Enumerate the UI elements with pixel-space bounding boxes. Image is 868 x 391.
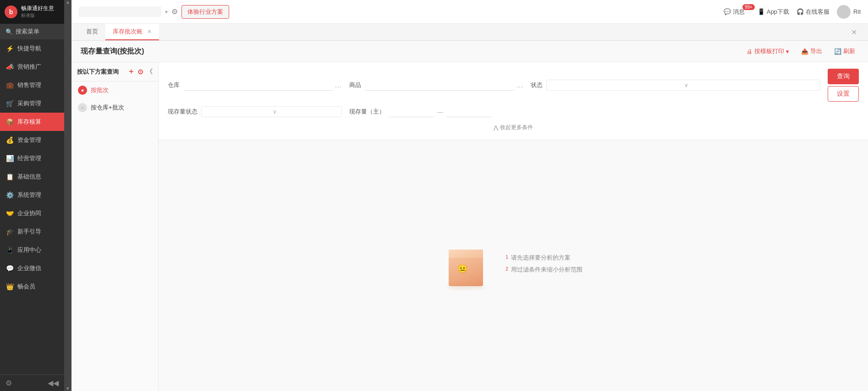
message-icon: 💬 [724,8,731,15]
topbar-search-box[interactable] [79,6,161,17]
solution-by-batch[interactable]: ● 按批次 [71,81,158,99]
messages-badge: 99+ [742,4,755,10]
newbie-icon: 🎓 [5,228,14,236]
app-download-label: App下载 [767,8,789,16]
scrollbar-up[interactable]: ▲ [66,0,70,5]
trial-button[interactable]: 体验行业方案 [181,5,229,19]
sidebar-item-member[interactable]: 👑 畅会员 [0,277,64,296]
solution-by-warehouse-batch-label: 按仓库+批次 [91,103,124,112]
collapse-sidebar-icon[interactable]: ◀◀ [48,379,59,387]
app-title: 畅康通好生意 [21,5,54,12]
app-logo: b [5,5,17,18]
filter-stock-main-group: 现存量（主） — [349,106,523,117]
username-label: Rit [853,8,861,15]
product-filter-input[interactable] [365,80,514,91]
main-content-wrapper: 现存量查询(按批次) 🖨 按模板打印 ▾ 📤 导出 🔄 刷新 [71,41,868,391]
topbar-gear-icon[interactable]: ⚙ [171,7,178,16]
stock-main-from-input[interactable] [389,106,434,117]
sidebar-item-sales[interactable]: 💼 销售管理 [0,76,64,94]
sidebar-item-inventory-label: 库存核算 [17,118,41,126]
settings-button[interactable]: 设置 [828,86,859,102]
app-download-action[interactable]: 📱 App下载 [758,8,789,16]
warehouse-dots[interactable]: … [335,81,342,89]
sidebar-item-sales-label: 销售管理 [17,81,41,89]
sidebar-item-operations[interactable]: 📊 经营管理 [0,149,64,168]
tab-home-label: 首页 [86,27,98,36]
sidebar-footer: ⚙ ◀◀ [0,375,64,391]
topbar: ▾ ⚙ 体验行业方案 💬 消息 99+ 📱 App下载 🎧 在线客服 Rit [71,0,868,24]
export-btn[interactable]: 📤 导出 [797,45,826,57]
solution-by-warehouse-batch[interactable]: ○ 按仓库+批次 [71,99,158,116]
sidebar-item-appstore[interactable]: 📱 应用中心 [0,241,64,259]
sidebar-item-wechat[interactable]: 💬 企业微信 [0,259,64,277]
sidebar-item-quick-nav[interactable]: ⚡ 快捷导航 [0,39,64,58]
sidebar-item-basic[interactable]: 📋 基础信息 [0,168,64,186]
tab-home[interactable]: 首页 [79,24,105,40]
operations-icon: 📊 [5,154,14,163]
user-profile-action[interactable]: Rit [837,5,861,19]
query-button[interactable]: 查询 [828,69,859,84]
print-dropdown-icon[interactable]: ▾ [786,48,789,55]
add-solution-icon[interactable]: ＋ [127,67,135,76]
sidebar-item-purchase[interactable]: 🛒 采购管理 [0,94,64,113]
stock-status-select[interactable]: ∨ [201,106,342,117]
sidebar-search[interactable]: 🔍 搜索菜单 [0,24,64,39]
status-filter-select[interactable]: ∨ [546,80,820,91]
topbar-left: ▾ ⚙ 体验行业方案 [79,5,719,19]
sidebar-item-operations-label: 经营管理 [17,154,41,163]
basic-icon: 📋 [5,173,14,181]
online-service-label: 在线客服 [806,8,830,16]
sidebar-item-system[interactable]: ⚙️ 系统管理 [0,186,64,204]
settings-solution-icon[interactable]: ⊙ [137,68,143,76]
sidebar-scrollbar[interactable]: ▲ ▼ [64,0,71,391]
settings-footer-icon[interactable]: ⚙ [5,379,12,387]
export-icon: 📤 [801,48,808,55]
tab-inventory-batch[interactable]: 库存批次账 ✕ [105,24,159,40]
sidebar-search-label: 搜索菜单 [16,27,39,36]
sidebar-item-inventory[interactable]: 📦 库存核算 [0,113,64,131]
purchase-icon: 🛒 [5,99,14,108]
filter-warehouse-group: 仓库 … [168,80,342,91]
topbar-dropdown-icon[interactable]: ▾ [165,9,168,15]
collapse-label: 收起更多条件 [500,124,533,131]
empty-text: 1 请先选择要分析的方案 2 用过滤条件来缩小分析范围 [505,254,582,277]
empty-hint-2: 2 用过滤条件来缩小分析范围 [505,266,582,274]
online-service-action[interactable]: 🎧 在线客服 [797,8,830,16]
collapse-more-btn[interactable]: ⋀ 收起更多条件 [168,122,859,133]
sidebar-item-purchase-label: 采购管理 [17,99,41,108]
collapse-left-panel-icon[interactable]: 《 [146,68,153,76]
filter-stock-status-group: 现存量状态 ∨ [168,106,342,117]
tab-close-icon[interactable]: ✕ [147,28,152,35]
sidebar-item-basic-label: 基础信息 [17,173,41,181]
warehouse-filter-input[interactable] [183,80,333,91]
refresh-btn[interactable]: 🔄 刷新 [830,45,859,57]
product-dots[interactable]: … [516,81,523,89]
hint2-num: 2 [505,266,508,272]
product-filter-label: 商品 [349,81,361,89]
stock-main-to-input[interactable] [446,106,492,117]
warehouse-filter-label: 仓库 [168,81,180,89]
topbar-search-input[interactable] [83,8,138,15]
finance-icon: 💰 [5,136,14,144]
sales-icon: 💼 [5,81,14,89]
enterprise-icon: 🤝 [5,209,14,217]
sidebar-item-marketing[interactable]: 📣 营销推广 [0,58,64,76]
sidebar-item-newbie[interactable]: 🎓 新手引导 [0,223,64,241]
solution-by-warehouse-batch-icon: ○ [78,103,87,112]
solution-by-batch-label: 按批次 [91,86,109,94]
hint1-text: 请先选择要分析的方案 [511,254,571,262]
hint2-text: 用过滤条件来缩小分析范围 [511,266,582,274]
close-panel-right-icon[interactable]: ✕ [847,28,861,37]
messages-action[interactable]: 💬 消息 99+ [724,8,750,16]
status-select-arrow: ∨ [684,82,816,88]
left-panel-actions: ＋ ⊙ 《 [127,67,153,76]
scrollbar-down[interactable]: ▼ [66,386,70,391]
sidebar-item-enterprise[interactable]: 🤝 企业协同 [0,204,64,223]
right-panel: 仓库 … 商品 … 状态 [159,62,868,391]
print-icon: 🖨 [747,48,753,55]
print-btn[interactable]: 🖨 按模板打印 ▾ [743,45,793,57]
solution-by-batch-icon: ● [78,86,87,95]
sidebar-item-finance[interactable]: 💰 资金管理 [0,131,64,149]
collapse-up-icon: ⋀ [494,125,498,131]
sidebar-item-member-label: 畅会员 [17,282,35,291]
